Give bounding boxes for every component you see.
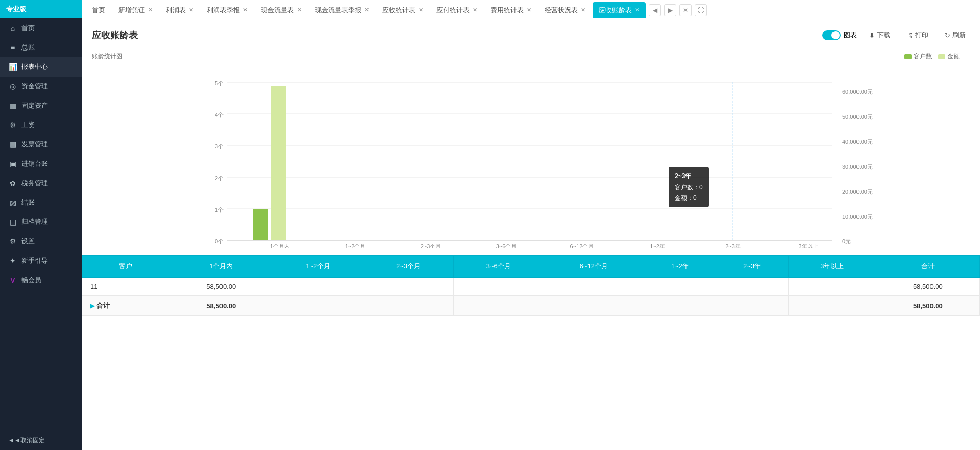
- tab-profit-quarter-close[interactable]: ✕: [243, 7, 248, 13]
- sidebar-item-label: 首页: [21, 23, 35, 33]
- footer-m23: [363, 296, 454, 316]
- svg-text:2~3个月: 2~3个月: [421, 243, 442, 248]
- tab-cashflow[interactable]: 现金流量表 ✕: [255, 2, 308, 18]
- cell-m23: [363, 278, 454, 296]
- tab-cashflow-label: 现金流量表: [261, 6, 294, 15]
- data-table: 客户 1个月内 1~2个月 2~3个月 3~6个月 6~12个月 1~2年 2~…: [82, 255, 980, 316]
- chart-container: 账龄统计图 客户数 金额 0个 1个 2个 3个 4个: [82, 47, 980, 255]
- tab-maximize[interactable]: ⛶: [695, 4, 707, 16]
- footer-y12: [644, 296, 716, 316]
- footer-y23: [716, 296, 788, 316]
- tab-cashflow-quarter-close[interactable]: ✕: [364, 7, 369, 13]
- tab-ap-stats[interactable]: 应付统计表 ✕: [430, 2, 483, 18]
- vip-icon: V: [8, 276, 17, 284]
- sidebar-item-close[interactable]: ▨ 结账: [0, 193, 82, 212]
- svg-text:3~6个月: 3~6个月: [496, 243, 517, 248]
- download-icon: ⬇: [869, 32, 875, 39]
- tab-profit-label: 利润表: [166, 6, 186, 15]
- sidebar-item-ledger[interactable]: ≡ 总账: [0, 38, 82, 57]
- svg-text:50,000.00元: 50,000.00元: [842, 114, 873, 120]
- download-label: 下载: [877, 31, 890, 40]
- tab-expense-stats[interactable]: 费用统计表 ✕: [484, 2, 537, 18]
- sidebar-pin-toggle[interactable]: ◄◄取消固定: [0, 431, 82, 450]
- cell-y23: [716, 278, 788, 296]
- col-m23: 2~3个月: [363, 256, 454, 278]
- archive-icon: ▤: [8, 218, 17, 226]
- tab-cashflow-quarter[interactable]: 现金流量表季报 ✕: [309, 2, 375, 18]
- ledger-icon: ≡: [8, 43, 17, 52]
- refresh-icon: ↻: [945, 32, 950, 39]
- sidebar-item-settings[interactable]: ⚙ 设置: [0, 232, 82, 251]
- tab-home[interactable]: 首页: [86, 2, 111, 18]
- tab-cashflow-close[interactable]: ✕: [297, 7, 302, 13]
- sidebar-item-assets[interactable]: ▦ 固定资产: [0, 96, 82, 115]
- tab-profit-quarter[interactable]: 利润表季报 ✕: [201, 2, 254, 18]
- cell-m612: [544, 278, 644, 296]
- sidebar-item-salary[interactable]: ⚙ 工资: [0, 115, 82, 135]
- tab-business-status-close[interactable]: ✕: [581, 7, 585, 13]
- sidebar-item-funds[interactable]: ◎ 资金管理: [0, 77, 82, 96]
- sidebar-item-label: 总账: [21, 43, 35, 52]
- legend-amount: 金额: [938, 52, 960, 61]
- tab-expense-stats-close[interactable]: ✕: [527, 7, 531, 13]
- sidebar-item-label: 畅会员: [21, 276, 41, 285]
- sidebar-item-home[interactable]: ⌂ 首页: [0, 18, 82, 38]
- chart-toggle[interactable]: [822, 30, 841, 40]
- svg-text:30,000.00元: 30,000.00元: [842, 164, 873, 170]
- print-icon: 🖨: [906, 32, 913, 39]
- sidebar-item-invoice[interactable]: ▤ 发票管理: [0, 135, 82, 154]
- header-actions: 图表 ⬇ 下载 🖨 打印 ↻ 刷新: [822, 29, 970, 42]
- cell-y3plus: [788, 278, 876, 296]
- col-total: 合计: [876, 256, 979, 278]
- svg-text:20,000.00元: 20,000.00元: [842, 189, 873, 195]
- table-footer-row: ▶合计 58,500.00 58,500.00: [82, 296, 980, 316]
- svg-text:1~2个月: 1~2个月: [345, 243, 366, 248]
- cell-y12: [644, 278, 716, 296]
- legend-customer-count: 客户数: [904, 52, 932, 61]
- main-content: 首页 新增凭证 ✕ 利润表 ✕ 利润表季报 ✕ 现金流量表 ✕ 现金流量表季报 …: [82, 0, 980, 450]
- svg-text:0元: 0元: [842, 238, 851, 244]
- tab-ap-stats-close[interactable]: ✕: [473, 7, 477, 13]
- legend-customer-label: 客户数: [914, 52, 932, 61]
- col-m1: 1个月内: [169, 256, 273, 278]
- sidebar-item-archive[interactable]: ▤ 归档管理: [0, 212, 82, 232]
- svg-text:40,000.00元: 40,000.00元: [842, 139, 873, 145]
- col-m612: 6~12个月: [544, 256, 644, 278]
- tab-business-status[interactable]: 经营状况表 ✕: [538, 2, 592, 18]
- cell-m1: 58,500.00: [169, 278, 273, 296]
- bar-customer-m1: [253, 209, 268, 240]
- svg-text:2个: 2个: [215, 175, 224, 181]
- tab-voucher[interactable]: 新增凭证 ✕: [112, 2, 159, 18]
- chart-toggle-switch[interactable]: 图表: [822, 30, 857, 40]
- tab-close-all[interactable]: ✕: [679, 4, 692, 16]
- footer-y3plus: [788, 296, 876, 316]
- tab-cashflow-quarter-label: 现金流量表季报: [315, 6, 361, 15]
- chart-svg: 0个 1个 2个 3个 4个 5个 0元 10,000.00元 20,000.0…: [92, 65, 970, 248]
- tab-nav-next[interactable]: ▶: [664, 4, 676, 16]
- tab-ar-aging-close[interactable]: ✕: [635, 7, 640, 13]
- sidebar-item-vip[interactable]: V 畅会员: [0, 270, 82, 290]
- tab-profit-close[interactable]: ✕: [189, 7, 193, 13]
- tab-ar-stats[interactable]: 应收统计表 ✕: [376, 2, 429, 18]
- tab-business-status-label: 经营状况表: [545, 6, 578, 15]
- tab-voucher-close[interactable]: ✕: [148, 7, 153, 13]
- refresh-button[interactable]: ↻ 刷新: [941, 29, 970, 42]
- sidebar-item-label: 工资: [21, 120, 35, 130]
- col-customer: 客户: [82, 256, 169, 278]
- tab-ar-stats-close[interactable]: ✕: [419, 7, 423, 13]
- sidebar-item-label: 发票管理: [21, 140, 48, 149]
- svg-text:2~3年: 2~3年: [725, 243, 741, 248]
- close-period-icon: ▨: [8, 198, 17, 207]
- sidebar-item-tax[interactable]: ✿ 税务管理: [0, 173, 82, 193]
- print-button[interactable]: 🖨 打印: [902, 29, 933, 42]
- download-button[interactable]: ⬇ 下载: [865, 29, 894, 42]
- svg-text:60,000.00元: 60,000.00元: [842, 89, 873, 95]
- sidebar-item-guide[interactable]: ✦ 新手引导: [0, 251, 82, 270]
- tab-nav-prev[interactable]: ◀: [649, 4, 661, 16]
- sidebar-item-reports[interactable]: 📊 报表中心: [0, 57, 82, 77]
- tab-profit[interactable]: 利润表 ✕: [160, 2, 200, 18]
- tab-ar-aging[interactable]: 应收账龄表 ✕: [593, 2, 646, 18]
- sidebar-item-inventory[interactable]: ▣ 进销台账: [0, 154, 82, 173]
- page-content: 应收账龄表 图表 ⬇ 下载 🖨 打印 ↻ 刷新: [82, 20, 980, 450]
- sidebar-item-label: 设置: [21, 237, 35, 246]
